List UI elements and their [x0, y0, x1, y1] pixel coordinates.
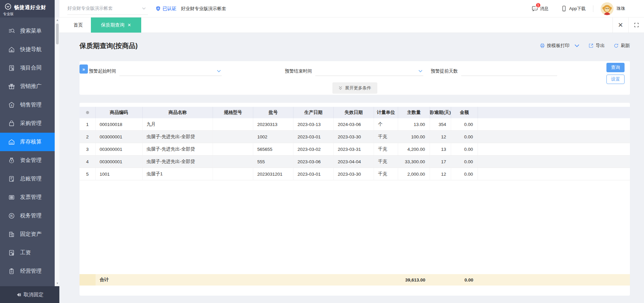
- cell-product-code: 1001: [96, 168, 143, 180]
- cell-days-to-expiry: 13: [430, 143, 451, 155]
- fullscreen-button[interactable]: [628, 17, 644, 33]
- sidebar-item-quick-nav[interactable]: 快捷导航: [0, 40, 55, 59]
- cell-filler: [478, 143, 630, 155]
- cell-expiry-date: 2023-04-04: [334, 156, 374, 168]
- col-header-days-to-expiry[interactable]: 临期/逾期(天): [430, 107, 451, 118]
- cell-product-code: 003000001: [96, 156, 143, 168]
- sidebar-item-operations[interactable]: 经营管理: [0, 262, 55, 280]
- user-menu[interactable]: 珠珠: [601, 2, 625, 15]
- sidebar-item-fixed-assets[interactable]: 固定资产: [0, 225, 55, 244]
- cell-expiry-date: 2024-03-06: [334, 118, 374, 130]
- sidebar-item-purchase[interactable]: 采购管理: [0, 114, 55, 133]
- scrollbar-up-arrow[interactable]: ▲: [55, 18, 60, 22]
- sidebar-item-funds[interactable]: ¥资金管理: [0, 151, 55, 170]
- print-by-template-button[interactable]: 按模板打印: [540, 43, 580, 49]
- cell-spec-model: [213, 118, 253, 130]
- col-header-unit[interactable]: 计量单位: [374, 107, 398, 118]
- table-row[interactable]: 4003000001虫腿子-先进先出-全部贷5552023-03-062023-…: [79, 156, 630, 168]
- table-body: 1000100018九月202303132023-03-132024-03-06…: [79, 118, 630, 180]
- filter-field-label: 预警提前天数: [431, 68, 458, 74]
- cell-unit: 千克: [374, 156, 398, 168]
- sidebar-item-marketing[interactable]: 营销推广: [0, 77, 55, 96]
- filter-field-input[interactable]: [119, 67, 222, 76]
- unpin-sidebar-button[interactable]: 取消固定: [0, 286, 59, 303]
- sidebar-item-label: 项目合同: [20, 64, 42, 72]
- table-row[interactable]: 2003000001虫腿子-先进先出-全部贷10022023-03-012023…: [79, 131, 630, 143]
- col-header-main-qty[interactable]: 主数量: [398, 107, 430, 118]
- page-title: 保质期查询(按商品): [79, 41, 138, 50]
- refresh-button[interactable]: 刷新: [613, 43, 630, 49]
- result-table-card: 商品编码商品名称规格型号批号生产日期失效日期计量单位主数量临期/逾期(天)金额 …: [79, 103, 630, 296]
- app-download-button[interactable]: App下载: [561, 5, 586, 12]
- sidebar-item-tax[interactable]: 税税务管理: [0, 207, 55, 225]
- column-settings-button[interactable]: [79, 107, 96, 118]
- sidebar-item-invoice[interactable]: 发票管理: [0, 188, 55, 207]
- cell-production-date: 2023-03-13: [293, 118, 334, 130]
- tab-home[interactable]: 首页: [65, 17, 91, 33]
- print-label: 按模板打印: [547, 43, 570, 49]
- close-all-tabs-button[interactable]: ✕: [612, 17, 628, 33]
- messages-button[interactable]: 1 消息: [532, 5, 549, 12]
- col-header-expiry-date[interactable]: 失效日期: [334, 107, 374, 118]
- scrollbar-down-arrow[interactable]: ▼: [55, 282, 60, 286]
- query-button[interactable]: 查询: [606, 63, 625, 72]
- total-cell: [253, 274, 293, 286]
- cell-product-name: 虫腿子1: [143, 168, 213, 180]
- cell-amount: 0.00: [451, 156, 478, 168]
- col-header-filler: [478, 107, 630, 118]
- svg-text:$: $: [11, 104, 12, 107]
- svg-text:税: 税: [10, 214, 13, 217]
- sidebar-item-salary[interactable]: 工资: [0, 244, 55, 262]
- account-select[interactable]: 好业财专业版演示帐套: [67, 5, 148, 15]
- sidebar-item-inventory[interactable]: 库存核算: [0, 133, 55, 151]
- col-header-amount[interactable]: 金额: [451, 107, 478, 118]
- col-header-production-date[interactable]: 生产日期: [293, 107, 334, 118]
- contract-icon: [8, 64, 15, 72]
- col-header-product-name[interactable]: 商品名称: [143, 107, 213, 118]
- sidebar-item-project-contract[interactable]: 项目合同: [0, 59, 55, 77]
- cell-days-to-expiry: 17: [430, 156, 451, 168]
- table-row[interactable]: 1000100018九月202303132023-03-132024-03-06…: [79, 118, 630, 131]
- table-row[interactable]: 51001虫腿子120230312012023-03-012023-03-30千…: [79, 168, 630, 180]
- cell-expiry-date: 2023-03-30: [334, 131, 374, 143]
- sidebar-item-label: 搜索菜单: [20, 28, 42, 35]
- cell-spec-model: [213, 131, 253, 143]
- export-button[interactable]: 导出: [588, 43, 605, 49]
- verified-badge: 企 已认证: [155, 6, 176, 12]
- chevron-down-icon[interactable]: [418, 70, 423, 73]
- expand-more-conditions-button[interactable]: 展开更多条件: [332, 82, 377, 94]
- cell-amount: 0.00: [451, 131, 478, 143]
- cell-batch-no: 2023031201: [253, 168, 293, 180]
- chevron-down-icon[interactable]: [217, 70, 221, 73]
- table-row[interactable]: 3003000001虫腿子-先进先出-全部贷5656552023-03-0220…: [79, 143, 630, 156]
- chevron-down-icon[interactable]: [574, 43, 580, 48]
- cell-filler: [478, 168, 630, 180]
- cell-product-code: 003000001: [96, 143, 143, 155]
- filter-field-1: 预警起始时间: [89, 67, 222, 76]
- scrollbar-thumb[interactable]: [56, 24, 59, 44]
- sidebar-item-sales[interactable]: $销售管理: [0, 96, 55, 114]
- svg-text:¥: ¥: [11, 160, 12, 162]
- cell-row-index: 2: [79, 131, 96, 143]
- col-header-spec-model[interactable]: 规格型号: [213, 107, 253, 118]
- tab-close-icon[interactable]: ✕: [127, 23, 131, 27]
- collapse-filter-button[interactable]: »: [79, 64, 88, 74]
- ledger-icon: ¥: [8, 175, 15, 182]
- filter-field-input[interactable]: [461, 67, 557, 76]
- settings-button[interactable]: 设置: [606, 75, 625, 84]
- cell-spec-model: [213, 143, 253, 155]
- gift-icon: [8, 83, 15, 90]
- cell-amount: 0.00: [451, 143, 478, 155]
- total-label: 合计: [96, 274, 143, 286]
- topbar-right: 1 消息 App下载 珠珠: [532, 2, 625, 15]
- cell-spec-model: [213, 168, 253, 180]
- sidebar-item-ledger[interactable]: ¥总账管理: [0, 170, 55, 188]
- title-row: 保质期查询(按商品) 按模板打印 导出 刷新: [79, 38, 630, 53]
- col-header-batch-no[interactable]: 批号: [253, 107, 293, 118]
- filter-field-input[interactable]: [315, 67, 423, 76]
- sidebar-item-search-menu[interactable]: 搜索菜单: [0, 22, 55, 40]
- tab-shelf-life-query[interactable]: 保质期查询 ✕: [91, 17, 141, 33]
- col-header-product-code[interactable]: 商品编码: [96, 107, 143, 118]
- total-cell: [478, 274, 630, 286]
- sidebar-scrollbar[interactable]: ▲ ▼: [55, 17, 59, 286]
